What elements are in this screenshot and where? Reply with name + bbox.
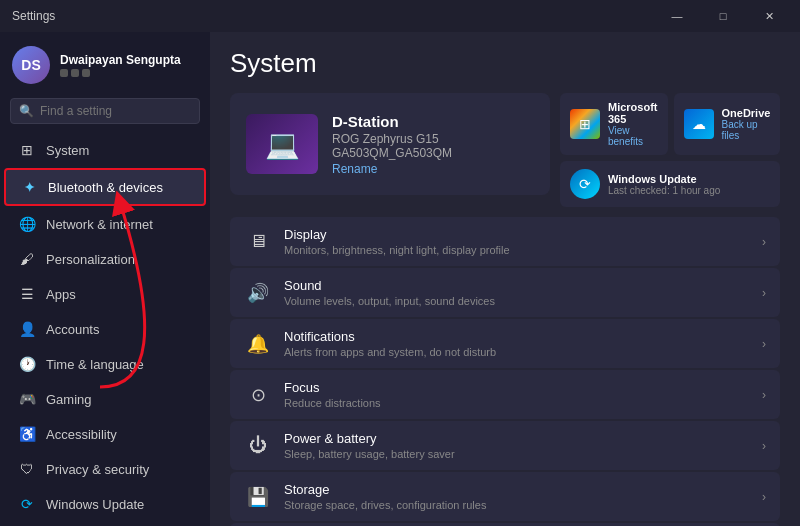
sidebar-item-update-label: Windows Update: [46, 497, 144, 512]
settings-item-power[interactable]: ⏻ Power & battery Sleep, battery usage, …: [230, 421, 780, 470]
settings-title: Settings: [12, 9, 55, 23]
windows-update-info: Windows Update Last checked: 1 hour ago: [608, 173, 720, 196]
sidebar-item-apps[interactable]: ☰ Apps: [4, 277, 206, 311]
settings-item-storage-text: Storage Storage space, drives, configura…: [284, 482, 750, 511]
onedrive-name: OneDrive: [722, 107, 771, 119]
m365-sub[interactable]: View benefits: [608, 125, 658, 147]
sound-desc: Volume levels, output, input, sound devi…: [284, 295, 750, 307]
apps-icon: ☰: [18, 285, 36, 303]
display-chevron: ›: [762, 235, 766, 249]
nav-items: ⊞ System ✦ Bluetooth & devices 🌐 Network…: [0, 132, 210, 526]
settings-item-storage[interactable]: 💾 Storage Storage space, drives, configu…: [230, 472, 780, 521]
settings-item-notifications[interactable]: 🔔 Notifications Alerts from apps and sys…: [230, 319, 780, 368]
sound-icon: 🔊: [244, 279, 272, 307]
time-icon: 🕐: [18, 355, 36, 373]
notifications-icon: 🔔: [244, 330, 272, 358]
focus-chevron: ›: [762, 388, 766, 402]
settings-item-sound[interactable]: 🔊 Sound Volume levels, output, input, so…: [230, 268, 780, 317]
display-icon: 🖥: [244, 228, 272, 256]
sidebar-item-time-label: Time & language: [46, 357, 144, 372]
sound-name: Sound: [284, 278, 750, 293]
sidebar-item-accessibility[interactable]: ♿ Accessibility: [4, 417, 206, 451]
sidebar-item-bluetooth-label: Bluetooth & devices: [48, 180, 163, 195]
notifications-desc: Alerts from apps and system, do not dist…: [284, 346, 750, 358]
settings-item-focus[interactable]: ⊙ Focus Reduce distractions ›: [230, 370, 780, 419]
sidebar-item-accounts-label: Accounts: [46, 322, 99, 337]
sidebar-item-gaming-label: Gaming: [46, 392, 92, 407]
device-name: D-Station: [332, 113, 534, 130]
user-profile[interactable]: DS Dwaipayan Sengupta: [0, 36, 210, 92]
sidebar-item-privacy[interactable]: 🛡 Privacy & security: [4, 452, 206, 486]
display-desc: Monitors, brightness, night light, displ…: [284, 244, 750, 256]
update-icon: ⟳: [18, 495, 36, 513]
settings-item-sound-text: Sound Volume levels, output, input, soun…: [284, 278, 750, 307]
focus-desc: Reduce distractions: [284, 397, 750, 409]
title-bar: Settings — □ ✕: [0, 0, 800, 32]
page-title: System: [230, 48, 780, 79]
settings-item-notifications-text: Notifications Alerts from apps and syste…: [284, 329, 750, 358]
accessibility-icon: ♿: [18, 425, 36, 443]
sidebar-item-bluetooth[interactable]: ✦ Bluetooth & devices: [4, 168, 206, 206]
avatar-initials: DS: [21, 57, 40, 73]
settings-item-display-text: Display Monitors, brightness, night ligh…: [284, 227, 750, 256]
sidebar-item-system-label: System: [46, 143, 89, 158]
focus-icon: ⊙: [244, 381, 272, 409]
title-bar-left: Settings: [12, 9, 55, 23]
storage-desc: Storage space, drives, configuration rul…: [284, 499, 750, 511]
avatar: DS: [12, 46, 50, 84]
sidebar-item-network[interactable]: 🌐 Network & internet: [4, 207, 206, 241]
sidebar-item-gaming[interactable]: 🎮 Gaming: [4, 382, 206, 416]
m365-card[interactable]: ⊞ Microsoft 365 View benefits: [560, 93, 668, 155]
sidebar-item-accounts[interactable]: 👤 Accounts: [4, 312, 206, 346]
user-name: Dwaipayan Sengupta: [60, 53, 181, 67]
settings-item-display[interactable]: 🖥 Display Monitors, brightness, night li…: [230, 217, 780, 266]
m365-info: Microsoft 365 View benefits: [608, 101, 658, 147]
windows-update-sub: Last checked: 1 hour ago: [608, 185, 720, 196]
minimize-button[interactable]: —: [654, 0, 700, 32]
onedrive-card[interactable]: ☁ OneDrive Back up files: [674, 93, 781, 155]
storage-icon: 💾: [244, 483, 272, 511]
sidebar-item-system[interactable]: ⊞ System: [4, 133, 206, 167]
sidebar-item-privacy-label: Privacy & security: [46, 462, 149, 477]
storage-name: Storage: [284, 482, 750, 497]
windows-update-name: Windows Update: [608, 173, 720, 185]
power-desc: Sleep, battery usage, battery saver: [284, 448, 750, 460]
sidebar-item-network-label: Network & internet: [46, 217, 153, 232]
user-sub-dot3: [82, 69, 90, 77]
display-name: Display: [284, 227, 750, 242]
sidebar-item-apps-label: Apps: [46, 287, 76, 302]
search-input[interactable]: [40, 104, 191, 118]
m365-icon: ⊞: [570, 109, 600, 139]
device-image: 💻: [246, 114, 318, 174]
network-icon: 🌐: [18, 215, 36, 233]
gaming-icon: 🎮: [18, 390, 36, 408]
notifications-name: Notifications: [284, 329, 750, 344]
device-model: ROG Zephyrus G15 GA503QM_GA503QM: [332, 132, 534, 160]
sound-chevron: ›: [762, 286, 766, 300]
windows-update-icon: ⟳: [570, 169, 600, 199]
close-button[interactable]: ✕: [746, 0, 792, 32]
power-chevron: ›: [762, 439, 766, 453]
notifications-chevron: ›: [762, 337, 766, 351]
system-icon: ⊞: [18, 141, 36, 159]
onedrive-info: OneDrive Back up files: [722, 107, 771, 141]
windows-update-card[interactable]: ⟳ Windows Update Last checked: 1 hour ag…: [560, 161, 780, 207]
main-content: System 💻 D-Station ROG Zephyrus G15 GA50…: [210, 32, 800, 526]
sidebar-item-time[interactable]: 🕐 Time & language: [4, 347, 206, 381]
user-sub-dot1: [60, 69, 68, 77]
storage-chevron: ›: [762, 490, 766, 504]
search-box[interactable]: 🔍: [10, 98, 200, 124]
power-icon: ⏻: [244, 432, 272, 460]
device-rename-link[interactable]: Rename: [332, 162, 534, 176]
accounts-icon: 👤: [18, 320, 36, 338]
search-icon: 🔍: [19, 104, 34, 118]
settings-item-focus-text: Focus Reduce distractions: [284, 380, 750, 409]
bluetooth-icon: ✦: [20, 178, 38, 196]
onedrive-sub[interactable]: Back up files: [722, 119, 771, 141]
sidebar-item-personalization[interactable]: 🖌 Personalization: [4, 242, 206, 276]
sidebar-item-update[interactable]: ⟳ Windows Update: [4, 487, 206, 521]
privacy-icon: 🛡: [18, 460, 36, 478]
maximize-button[interactable]: □: [700, 0, 746, 32]
settings-list: 🖥 Display Monitors, brightness, night li…: [230, 217, 780, 526]
user-sub: [60, 69, 181, 77]
